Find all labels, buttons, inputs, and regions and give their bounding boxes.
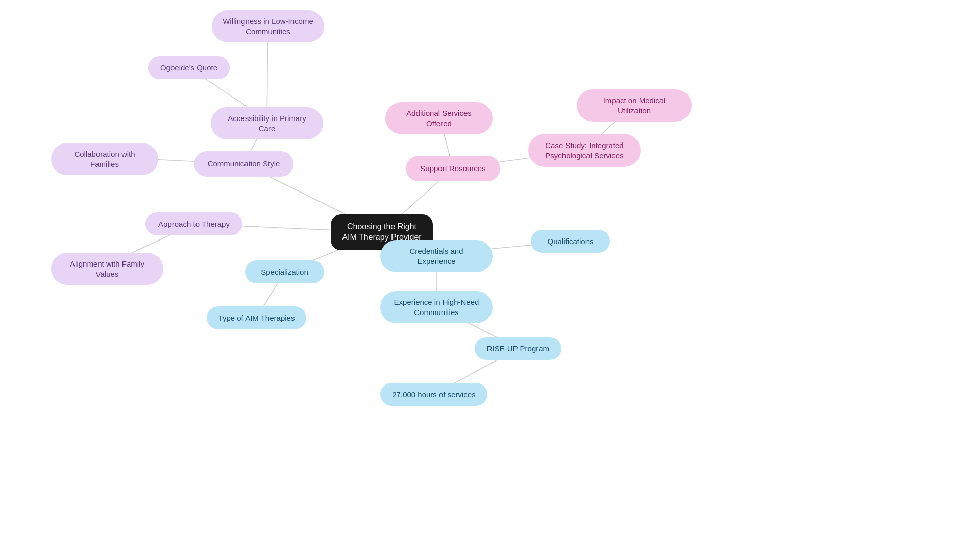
node-specialization[interactable]: Specialization	[245, 260, 324, 283]
node-typeaim[interactable]: Type of AIM Therapies	[207, 306, 306, 329]
node-credentials[interactable]: Credentials and Experience	[380, 240, 493, 272]
node-qualifications[interactable]: Qualifications	[531, 230, 610, 253]
node-impact[interactable]: Impact on Medical Utilization	[577, 89, 692, 122]
node-hours[interactable]: 27,000 hours of services	[380, 383, 487, 406]
node-casestudy[interactable]: Case Study: Integrated Psychological Ser…	[528, 134, 641, 167]
node-riseup[interactable]: RISE-UP Program	[475, 337, 561, 360]
node-accessibility[interactable]: Accessibility in Primary Care	[211, 107, 323, 139]
node-ogbeide[interactable]: Ogbeide's Quote	[148, 56, 230, 79]
node-support[interactable]: Support Resources	[406, 156, 500, 181]
node-alignment[interactable]: Alignment with Family Values	[51, 253, 163, 285]
node-experience[interactable]: Experience in High-Need Communities	[380, 291, 493, 323]
mindmap-container: Choosing the Right AIM Therapy ProviderW…	[0, 0, 980, 553]
node-collaboration[interactable]: Collaboration with Families	[51, 143, 158, 175]
node-communication[interactable]: Communication Style	[194, 151, 293, 177]
node-approach[interactable]: Approach to Therapy	[145, 212, 242, 235]
node-willingness[interactable]: Willingness in Low-Income Communities	[212, 10, 324, 42]
node-additional[interactable]: Additional Services Offered	[385, 102, 493, 134]
